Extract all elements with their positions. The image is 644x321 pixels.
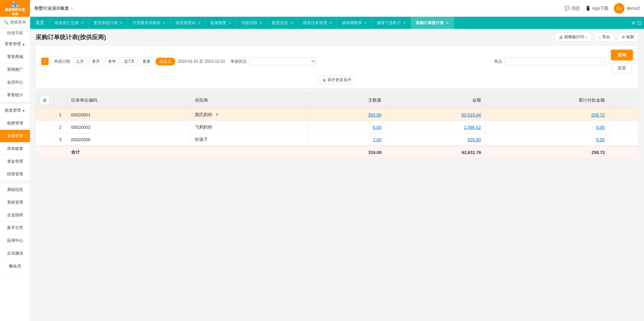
tab-close-icon[interactable]: ✕ bbox=[228, 21, 231, 25]
tab-config[interactable]: 配置信息 ✕ bbox=[267, 17, 298, 29]
tab-close-icon[interactable]: ✕ bbox=[403, 21, 406, 25]
tab-features[interactable]: 功能说明 ✕ bbox=[236, 17, 267, 29]
row-extra-cell bbox=[609, 121, 638, 133]
export-button[interactable]: ↓ 导出 bbox=[594, 32, 614, 42]
tab-home[interactable]: 首页 bbox=[30, 17, 50, 29]
tab-close-icon[interactable]: ✕ bbox=[163, 21, 166, 25]
filter-expand-row: ⊕ 展开更多条件 bbox=[41, 76, 633, 84]
filter-collapse-btn[interactable]: › bbox=[41, 58, 49, 65]
sidebar-item-wholesale[interactable]: 批发管理 ▼ bbox=[0, 104, 30, 117]
sidebar-item-label: 经营管理 bbox=[7, 171, 23, 177]
app-download-btn[interactable]: 📱 App下载 bbox=[585, 5, 608, 11]
sidebar-item-newbie[interactable]: 新手引导 bbox=[0, 222, 30, 234]
row-extra-cell bbox=[609, 109, 638, 121]
sidebar-item-marketing[interactable]: 营销推广 bbox=[0, 63, 30, 76]
tab-shelf-life[interactable]: 保质期查询 ✕ bbox=[171, 17, 206, 29]
sidebar-item-ecommerce[interactable]: 电商管理 bbox=[0, 117, 30, 130]
date-btn-custom[interactable]: 自定义 bbox=[156, 58, 175, 65]
tab-available-inventory[interactable]: 可用量库存账本 ✕ bbox=[128, 17, 171, 29]
print-button[interactable]: 🖨 按模板打印 ▾ bbox=[554, 32, 592, 42]
print-label: 按模板打印 bbox=[564, 34, 584, 40]
date-btn-this-year[interactable]: 本年 bbox=[105, 57, 119, 66]
sidebar-item-label: 应用中心 bbox=[7, 238, 23, 244]
tab-close-icon[interactable]: ✕ bbox=[446, 21, 449, 25]
refresh-button[interactable]: ↺ 刷新 bbox=[617, 32, 639, 42]
row-unit-code-cell: 00020002 bbox=[67, 121, 191, 133]
sidebar-item-retail-shop[interactable]: 零售商城 bbox=[0, 51, 30, 63]
app-logo: 🏪 畅捷通好生意 标版 bbox=[0, 0, 30, 17]
tab-close-icon[interactable]: ✕ bbox=[329, 21, 332, 25]
search-menu[interactable]: 🔍 搜索菜单 bbox=[0, 17, 30, 28]
sidebar-item-app-center[interactable]: 应用中心 bbox=[0, 234, 30, 247]
tab-cost-adjust[interactable]: 成本调整单 ✕ bbox=[337, 17, 372, 29]
sidebar-item-system[interactable]: 系统管理 bbox=[0, 196, 30, 209]
quick-nav[interactable]: 快捷导航 bbox=[0, 28, 30, 38]
tab-invite-customer[interactable]: 邀请下游客户 ✕ bbox=[372, 17, 411, 29]
date-btn-this-month[interactable]: 本月 bbox=[89, 57, 103, 66]
sidebar-item-operations[interactable]: 经营管理 bbox=[0, 168, 30, 181]
row-amount-cell[interactable]: 1,586.52 bbox=[386, 121, 485, 133]
sidebar-item-retail-management[interactable]: 零售管理 ▲ bbox=[0, 38, 30, 51]
date-quick-btns: 上月 本月 本年 近7天 更多 自定义 bbox=[73, 57, 175, 66]
sidebar-item-label: 畅会员 bbox=[9, 263, 21, 269]
goods-more-icon[interactable]: ··· bbox=[600, 59, 603, 64]
tab-close-icon[interactable]: ✕ bbox=[259, 21, 262, 25]
tab-maximize-icon[interactable]: ⊡ bbox=[637, 20, 641, 26]
tab-purchase-stats[interactable]: 采购订单统计表 ✕ bbox=[411, 17, 454, 29]
footer-amount-cell: 62,631.76 bbox=[386, 146, 485, 158]
tab-close-icon[interactable]: ✕ bbox=[81, 21, 84, 25]
tab-close-icon[interactable]: ✕ bbox=[364, 21, 367, 25]
expand-icon: ▼ bbox=[22, 109, 25, 112]
query-button[interactable]: 查询 bbox=[611, 50, 633, 60]
tab-picking[interactable]: 拣货任务管理 ✕ bbox=[298, 17, 337, 29]
tab-close-all-icon[interactable]: ✕ bbox=[631, 20, 636, 26]
col-extra-header bbox=[609, 92, 638, 109]
tab-controls: ✕ ⊡ bbox=[629, 17, 644, 29]
table-footer: 合计 316.00 62,631.76 259.72 bbox=[36, 146, 638, 158]
sidebar-item-member-center[interactable]: 会员中心 bbox=[0, 76, 30, 89]
row-amount-cell[interactable]: 525.80 bbox=[386, 133, 485, 146]
sidebar-item-inventory[interactable]: 库存核算 bbox=[0, 143, 30, 155]
sidebar-item-retail-stats[interactable]: 零售统计 bbox=[0, 89, 30, 102]
date-btn-7days[interactable]: 近7天 bbox=[121, 57, 138, 66]
sidebar-item-member[interactable]: 畅会员 bbox=[0, 260, 30, 273]
settings-button[interactable]: 设置 bbox=[612, 63, 632, 73]
sidebar-item-label: 批发管理 bbox=[5, 108, 21, 113]
row-supplier-cell: 好孩子 bbox=[191, 133, 308, 146]
column-settings-btn[interactable]: ⚙ bbox=[40, 96, 49, 105]
tab-close-icon[interactable]: ✕ bbox=[290, 21, 293, 25]
tab-receive-summary[interactable]: 收发存汇总表 ✕ bbox=[50, 17, 89, 29]
data-table: ⚙ 往来单位编码 供应商 主数量 金额 累计付款金额 1 bbox=[36, 92, 638, 158]
tab-close-icon[interactable]: ✕ bbox=[198, 21, 201, 25]
row-paid-cell[interactable]: 0.00 bbox=[485, 133, 609, 146]
row-expand-icon[interactable]: ▼ bbox=[215, 112, 219, 117]
row-paid-cell[interactable]: 0.00 bbox=[485, 121, 609, 133]
sidebar-item-basic-info[interactable]: 基础信息 bbox=[0, 183, 30, 196]
date-btn-last-month[interactable]: 上月 bbox=[73, 57, 87, 66]
expand-conditions-btn[interactable]: ⊕ 展开更多条件 bbox=[318, 76, 356, 84]
sidebar-item-collaboration[interactable]: 企业协同 bbox=[0, 209, 30, 222]
row-index-cell: 2 bbox=[54, 121, 67, 133]
row-amount-cell[interactable]: 60,519.44 bbox=[386, 109, 485, 121]
date-btn-more[interactable]: 更多 bbox=[140, 57, 154, 66]
tab-close-icon[interactable]: ✕ bbox=[120, 21, 123, 25]
sidebar-item-wechat[interactable]: 企业微信 bbox=[0, 247, 30, 260]
tab-requisition-stats[interactable]: 要货单统计表 ✕ bbox=[89, 17, 128, 29]
row-qty-cell[interactable]: 7.00 bbox=[308, 133, 386, 146]
sidebar-item-purchase[interactable]: 采购管理 bbox=[0, 130, 30, 143]
sidebar-item-label: 会员中心 bbox=[7, 79, 23, 85]
workspace-selector[interactable]: 母婴行业演示账套 ▾ bbox=[34, 5, 562, 11]
goods-search-input[interactable] bbox=[505, 57, 605, 65]
user-menu[interactable]: Ea demo2 bbox=[614, 3, 640, 14]
row-qty-cell[interactable]: 303.00 bbox=[308, 109, 386, 121]
tab-overstock[interactable]: 超储预警 ✕ bbox=[206, 17, 236, 29]
status-select[interactable]: 草稿 已确认 已关闭 bbox=[249, 57, 316, 65]
row-qty-cell[interactable]: 6.00 bbox=[308, 121, 386, 133]
message-btn[interactable]: 💬 消息 bbox=[565, 5, 580, 11]
tab-label: 功能说明 bbox=[241, 20, 257, 26]
table-body: 1 00020001 惠氏奶粉 ▼ 303.00 60,519.44 259.7… bbox=[36, 109, 638, 146]
sidebar-item-label: 零售统计 bbox=[7, 92, 23, 98]
row-paid-cell[interactable]: 259.72 bbox=[485, 109, 609, 121]
sidebar-item-finance[interactable]: 资金管理 bbox=[0, 155, 30, 168]
footer-index-cell bbox=[54, 146, 67, 158]
